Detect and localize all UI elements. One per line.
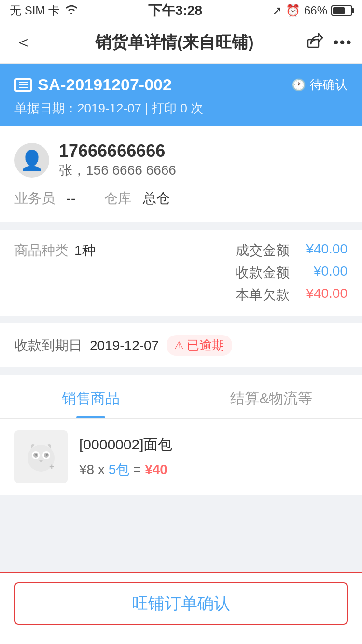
tab-settlement[interactable]: 结算&物流等 <box>181 375 362 418</box>
product-type-value: 1种 <box>74 241 96 260</box>
back-button[interactable]: ＜ <box>10 26 37 59</box>
confirm-order-button[interactable]: 旺铺订单确认 <box>14 582 348 625</box>
avatar: 👤 <box>14 143 49 178</box>
product-list: + [0000002]面包 ¥8 x 5包 = ¥40 <box>0 419 362 495</box>
order-doc-icon <box>14 78 32 92</box>
alarm-icon: ⏰ <box>286 4 300 17</box>
product-thumbnail: + <box>14 430 68 483</box>
tab-products[interactable]: 销售商品 <box>0 375 181 418</box>
customer-name: 张，156 6666 6666 <box>59 161 176 180</box>
product-total: ¥40 <box>145 462 167 477</box>
customer-section: 👤 17666666666 张，156 6666 6666 业务员 -- 仓库 … <box>0 126 362 222</box>
tab-settlement-label: 结算&物流等 <box>230 390 312 406</box>
battery-icon <box>331 5 352 16</box>
salesperson-label: 业务员 <box>14 191 55 206</box>
warehouse-label: 仓库 <box>104 191 131 206</box>
product-name: [0000002]面包 <box>79 435 348 455</box>
summary-row: 商品种类 1种 成交金额 ¥40.00 收款金额 ¥0.00 本单欠款 ¥40.… <box>14 241 348 304</box>
wifi-icon <box>65 4 78 17</box>
customer-details: 业务员 -- 仓库 总仓 <box>14 189 348 208</box>
product-type-info: 商品种类 1种 <box>14 241 96 260</box>
owing-label: 本单欠款 <box>236 286 290 304</box>
salesperson-value: -- <box>67 191 76 206</box>
transaction-value: ¥40.00 <box>299 241 348 260</box>
order-header: SA-20191207-002 🕐 待确认 单据日期：2019-12-07 | … <box>0 64 362 126</box>
tabs: 销售商品 结算&物流等 <box>0 375 362 419</box>
carrier-text: 无 SIM 卡 <box>10 3 60 18</box>
order-meta: 单据日期：2019-12-07 | 打印 0 次 <box>14 100 348 117</box>
order-status-text: 待确认 <box>310 76 348 93</box>
nav-right-actions: ••• <box>307 32 352 53</box>
customer-phone: 17666666666 <box>59 141 176 161</box>
confirm-order-label: 旺铺订单确认 <box>132 592 230 615</box>
salesperson-item: 业务员 -- <box>14 189 75 208</box>
status-bar-left: 无 SIM 卡 <box>10 3 78 18</box>
bottom-bar: 旺铺订单确认 <box>0 572 362 644</box>
order-id-text: SA-20191207-002 <box>38 75 172 94</box>
summary-section: 商品种类 1种 成交金额 ¥40.00 收款金额 ¥0.00 本单欠款 ¥40.… <box>0 230 362 316</box>
warehouse-value: 总仓 <box>143 191 170 206</box>
clock-icon: 🕐 <box>292 78 306 92</box>
page-title: 销货单详情(来自旺铺) <box>42 31 307 54</box>
product-thumb-owl-icon: + <box>24 440 58 474</box>
order-status: 🕐 待确认 <box>292 76 348 93</box>
avatar-icon: 👤 <box>20 149 44 172</box>
product-info: [0000002]面包 ¥8 x 5包 = ¥40 <box>79 435 348 479</box>
payment-row: 收款金额 ¥0.00 <box>236 264 348 282</box>
share-button[interactable] <box>307 32 323 53</box>
product-type-label: 商品种类 <box>14 241 69 260</box>
owing-value: ¥40.00 <box>299 286 348 304</box>
svg-point-6 <box>35 454 37 456</box>
order-header-top: SA-20191207-002 🕐 待确认 <box>14 75 348 94</box>
due-date-label: 收款到期日 <box>14 336 82 355</box>
customer-info: 17666666666 张，156 6666 6666 <box>59 141 176 180</box>
warehouse-item: 仓库 总仓 <box>104 189 170 208</box>
battery-text: 66% <box>304 4 327 17</box>
status-bar-right: ↗ ⏰ 66% <box>272 4 352 17</box>
status-bar: 无 SIM 卡 下午3:28 ↗ ⏰ 66% <box>0 0 362 21</box>
more-button[interactable]: ••• <box>333 33 352 51</box>
owing-row: 本单欠款 ¥40.00 <box>236 286 348 304</box>
svg-text:+: + <box>49 462 55 472</box>
overdue-text: 已逾期 <box>187 337 224 354</box>
amounts-info: 成交金额 ¥40.00 收款金额 ¥0.00 本单欠款 ¥40.00 <box>236 241 348 304</box>
transaction-row: 成交金额 ¥40.00 <box>236 241 348 260</box>
product-price: ¥8 x 5包 = ¥40 <box>79 461 348 479</box>
product-quantity: 5包 <box>109 462 130 477</box>
svg-point-7 <box>46 454 48 456</box>
tab-products-label: 销售商品 <box>62 390 120 406</box>
due-date-value: 2019-12-07 <box>90 338 159 353</box>
status-bar-time: 下午3:28 <box>148 1 202 20</box>
overdue-badge: ⚠ 已逾期 <box>167 335 232 356</box>
overdue-dot-icon: ⚠ <box>174 339 184 352</box>
table-row: + [0000002]面包 ¥8 x 5包 = ¥40 <box>0 419 362 495</box>
customer-row: 👤 17666666666 张，156 6666 6666 <box>14 141 348 180</box>
payment-label: 收款金额 <box>236 264 290 282</box>
payment-value: ¥0.00 <box>299 264 348 282</box>
location-icon: ↗ <box>272 4 282 17</box>
due-date-section: 收款到期日 2019-12-07 ⚠ 已逾期 <box>0 323 362 367</box>
nav-bar: ＜ 销货单详情(来自旺铺) ••• <box>0 21 362 64</box>
transaction-label: 成交金额 <box>236 241 290 260</box>
order-id: SA-20191207-002 <box>14 75 172 94</box>
